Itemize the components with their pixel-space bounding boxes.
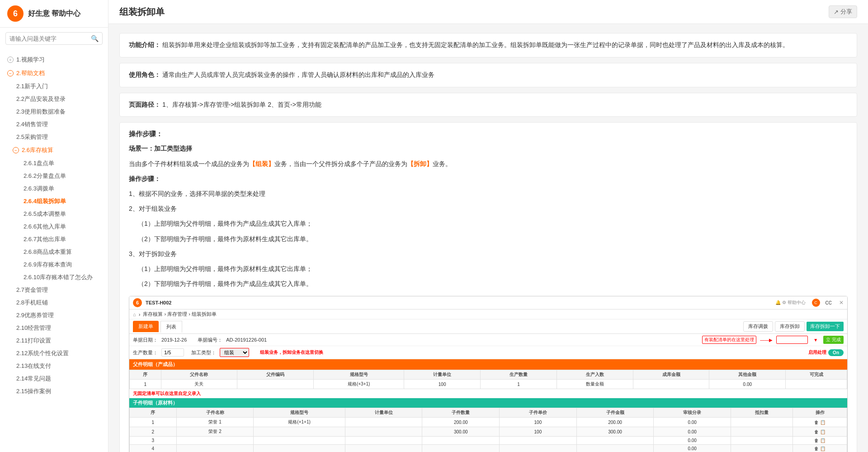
mock-th-other-amt: 其他金额 bbox=[709, 370, 786, 380]
sidebar-item-cases[interactable]: 2.15操作案例 bbox=[0, 385, 108, 398]
table-row: 2 荣誉 2 300.00 100 300.00 0.00 🗑 📋 bbox=[130, 427, 847, 437]
mock-section-header-child: 子件明细（原材料） bbox=[129, 398, 847, 408]
sidebar-item-print[interactable]: 2.11打印设置 bbox=[0, 334, 108, 347]
mock-th-parent-name: 父件名称 bbox=[161, 370, 237, 380]
mock-btn-disassemble[interactable]: 库存拆卸 bbox=[775, 321, 805, 332]
mock-tabs-bar: 新建单 列表 库存调拨 库存拆卸 库存拆卸一下 bbox=[129, 319, 847, 334]
mock-confirm-btn[interactable]: 立 完成 bbox=[823, 336, 844, 344]
on-toggle[interactable]: On bbox=[828, 349, 844, 356]
sidebar-item-label-docs: 2.帮助文档 bbox=[16, 69, 45, 77]
mock-btn-adjust[interactable]: 库存调拨 bbox=[743, 321, 773, 332]
share-button[interactable]: ↗ 分享 bbox=[829, 5, 857, 18]
mock-breadcrumb: ⌂ › 库存核算 › 库存管理 › 组装拆卸单 bbox=[129, 309, 847, 319]
sidebar-item-purchase[interactable]: 2.5采购管理 bbox=[0, 131, 108, 143]
role-text: 通常由生产人员或库管人员完成拆装业务的操作，库管人员确认原材料的出库和产成品的入… bbox=[162, 71, 434, 78]
sidebar-item-video[interactable]: + 1.视频学习 bbox=[0, 53, 108, 67]
annotation-arrow-1: ——▶ bbox=[760, 338, 773, 343]
search-icon[interactable]: 🔍 bbox=[91, 35, 99, 42]
sidebar-item-cost-adjust[interactable]: 2.6.5成本调整单 bbox=[0, 208, 108, 220]
steps-list: 1、根据不同的业务，选择不同单据的类型来处理 2、对于组装业务 （1）上部明细为… bbox=[129, 188, 848, 290]
content-area: 功能介绍： 组装拆卸单用来处理企业组装或拆卸等加工业务，支持有固定装配清单的产品… bbox=[108, 24, 868, 452]
mock-product-input[interactable] bbox=[776, 336, 808, 344]
mock-titlebar: 6 TEST-H002 🔔 ⚙ 帮助中心 C CC ✕ bbox=[129, 296, 847, 309]
mock-btn-orange[interactable]: 库存拆卸一下 bbox=[807, 322, 844, 331]
sidebar-item-newcomer[interactable]: 2.1新手入门 bbox=[0, 80, 108, 93]
sidebar-item-data-prep[interactable]: 2.3使用前数据准备 bbox=[0, 105, 108, 118]
sidebar-item-cost-calc[interactable]: 2.6.8商品成本重算 bbox=[0, 246, 108, 258]
step2-1: （1）上部明细为父件明细，最终作为产成品生成其它入库单； bbox=[129, 218, 848, 229]
step3-1: （1）上部明细为父件明细，最终作为原材料生成其它出库单； bbox=[129, 263, 848, 275]
sidebar-item-online-pay[interactable]: 2.13在线支付 bbox=[0, 360, 108, 372]
mock-order-value: AD-20191226-001 bbox=[226, 337, 267, 343]
sidebar-item-faq[interactable]: 2.14常见问题 bbox=[0, 372, 108, 385]
sidebar-item-finance[interactable]: 2.7资金管理 bbox=[0, 284, 108, 296]
page-title: 组装拆卸单 bbox=[119, 6, 165, 18]
mock-sub-th-qty: 子件数量 bbox=[422, 408, 500, 418]
mock-th-parent-code: 父件编码 bbox=[237, 370, 314, 380]
sidebar-item-other-in[interactable]: 2.6.6其他入库单 bbox=[0, 220, 108, 233]
share-icon: ↗ bbox=[834, 9, 839, 15]
sidebar-item-ops[interactable]: 2.10经营管理 bbox=[0, 322, 108, 334]
sidebar-item-assembly[interactable]: 2.6.4组装拆卸单 bbox=[0, 195, 108, 208]
mock-sub-th-ops: 操作 bbox=[793, 408, 847, 418]
sidebar-item-split-stocktake[interactable]: 2.6.2分量盘点单 bbox=[0, 170, 108, 182]
mock-order-label: 单据编号： bbox=[198, 337, 222, 343]
sidebar-item-coupon[interactable]: 2.9优惠券管理 bbox=[0, 309, 108, 322]
feature-intro-text: 组装拆卸单用来处理企业组装或拆卸等加工业务，支持有固定装配清单的产品加工业务，也… bbox=[162, 41, 789, 48]
search-input[interactable] bbox=[9, 35, 91, 42]
sidebar-item-account-error[interactable]: 2.6.10库存账本错了怎么办 bbox=[0, 271, 108, 284]
mock-child-table: 序 子件名称 规格型号 计量单位 子件数量 子件单价 子件金额 审核分录 抵扣量… bbox=[129, 408, 847, 452]
mock-sub-th-deduct: 抵扣量 bbox=[731, 408, 793, 418]
step2: 2、对于组装业务 bbox=[129, 203, 848, 214]
scene1-title: 场景一：加工类型选择 bbox=[129, 145, 192, 152]
sidebar-item-mobile[interactable]: 2.8手机旺铺 bbox=[0, 296, 108, 309]
sidebar-item-custom[interactable]: 2.12系统个性化设置 bbox=[0, 347, 108, 360]
logo-icon: 6 bbox=[7, 5, 24, 22]
nav-tree: + 1.视频学习 − 2.帮助文档 2.1新手入门 2.2产品安装及登录 2.3… bbox=[0, 49, 108, 452]
mock-sub-th-unit: 计量单位 bbox=[345, 408, 422, 418]
mock-sub-th-name: 子件名称 bbox=[176, 408, 254, 418]
sidebar-header: 6 好生意 帮助中心 bbox=[0, 0, 108, 28]
mock-avatar: C bbox=[812, 299, 820, 307]
scene1-desc: 当由多个子件材料组装成一个成品的业务为【组装】业务，当由一个父件拆分成多个子产品… bbox=[129, 158, 848, 170]
mock-close-icon[interactable]: ✕ bbox=[839, 300, 844, 306]
mock-th-complete: 可完成 bbox=[786, 370, 847, 380]
sidebar-item-label-inventory: 2.6库存核算 bbox=[22, 146, 53, 154]
annotation-label-1: 有装配清单的在这里处理 bbox=[702, 336, 756, 344]
screenshot-inner: 6 TEST-H002 🔔 ⚙ 帮助中心 C CC ✕ ⌂ › 库存核算 › 库… bbox=[129, 296, 847, 452]
mock-form-row2: 生产数量： 加工类型： 组装 拆卸 组装业务，拆卸业务在这里切换 bbox=[129, 346, 847, 359]
mock-breadcrumb-text: 库存核算 › 库存管理 › 组装拆卸单 bbox=[143, 311, 217, 318]
share-label: 分享 bbox=[840, 8, 852, 16]
annotation-label-5: 无固定清单可以在这里自定义录入 bbox=[129, 389, 847, 398]
annotation-label-4: 启用处理 bbox=[808, 349, 826, 356]
sidebar-item-install[interactable]: 2.2产品安装及登录 bbox=[0, 93, 108, 105]
sidebar-item-sales[interactable]: 2.4销售管理 bbox=[0, 118, 108, 131]
mock-tab-list[interactable]: 列表 bbox=[160, 321, 182, 333]
sidebar-item-adjust[interactable]: 2.6.3调拨单 bbox=[0, 182, 108, 195]
screenshot-mockup: 6 TEST-H002 🔔 ⚙ 帮助中心 C CC ✕ ⌂ › 库存核算 › 库… bbox=[129, 296, 848, 452]
search-box[interactable]: 🔍 bbox=[5, 32, 103, 45]
sidebar: 6 好生意 帮助中心 🔍 + 1.视频学习 − 2.帮助文档 2.1新手入门 2… bbox=[0, 0, 108, 452]
sidebar-item-stock-query[interactable]: 2.6.9库存账本查询 bbox=[0, 258, 108, 271]
sidebar-item-docs[interactable]: − 2.帮助文档 bbox=[0, 67, 108, 80]
step3-2: （2）下部明细为子件明细，最终作为产成品生成其它入库单。 bbox=[129, 278, 848, 290]
mock-breadcrumb-sep: › bbox=[139, 312, 141, 317]
mock-qty-input[interactable] bbox=[161, 348, 184, 357]
mock-sub-th-price: 子件单价 bbox=[500, 408, 577, 418]
feature-intro-label: 功能介绍： bbox=[129, 41, 160, 48]
mock-form-row1: 单据日期： 2019-12-26 单据编号： AD-20191226-001 有… bbox=[129, 334, 847, 346]
mock-sub-th-spec: 规格型号 bbox=[254, 408, 345, 418]
app-title: 好生意 帮助中心 bbox=[28, 9, 80, 19]
mock-section-header-parent: 父件明细（产成品） bbox=[129, 359, 847, 370]
mock-type-select[interactable]: 组装 拆卸 bbox=[220, 348, 249, 357]
mock-username: CC bbox=[826, 300, 832, 305]
sidebar-item-inventory[interactable]: − 2.6库存核算 bbox=[0, 143, 108, 157]
sidebar-item-other-out[interactable]: 2.6.7其他出库单 bbox=[0, 233, 108, 246]
path-label: 页面路径： bbox=[129, 101, 160, 108]
mock-tab-new[interactable]: 新建单 bbox=[133, 321, 159, 332]
sidebar-item-stocktake[interactable]: 2.6.1盘点单 bbox=[0, 157, 108, 170]
mock-date-label: 单据日期： bbox=[133, 337, 158, 343]
mock-th-spec: 规格型号 bbox=[314, 370, 404, 380]
operations-section: 操作步骤： 场景一：加工类型选择 当由多个子件材料组装成一个成品的业务为【组装】… bbox=[119, 122, 857, 452]
step3: 3、对于拆卸业务 bbox=[129, 248, 848, 260]
